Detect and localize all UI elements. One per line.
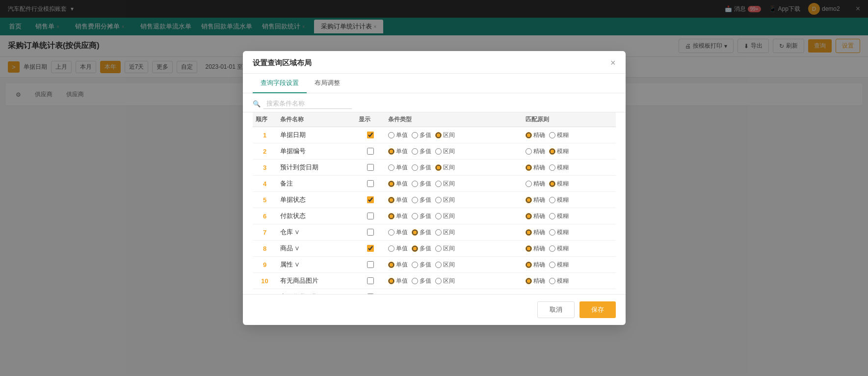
- type-range-option[interactable]: 区间: [435, 147, 455, 156]
- type-range-option[interactable]: 区间: [435, 196, 455, 204]
- show-checkbox-input[interactable]: [367, 213, 374, 219]
- type-single-option[interactable]: 单值: [388, 277, 408, 285]
- type-multi-radio[interactable]: [412, 181, 418, 187]
- match-fuzzy-option[interactable]: 模糊: [549, 147, 569, 156]
- type-range-option[interactable]: 区间: [435, 131, 455, 139]
- match-fuzzy-radio[interactable]: [549, 229, 555, 236]
- type-multi-option[interactable]: 多值: [412, 131, 431, 139]
- save-button[interactable]: 保存: [579, 301, 616, 318]
- type-multi-option[interactable]: 多值: [412, 180, 431, 188]
- row-show-checkbox[interactable]: [356, 277, 385, 284]
- type-range-radio[interactable]: [435, 132, 442, 138]
- cancel-button[interactable]: 取消: [537, 301, 575, 318]
- type-range-radio[interactable]: [435, 278, 442, 284]
- type-multi-radio[interactable]: [412, 245, 418, 252]
- match-exact-option[interactable]: 精确: [526, 131, 545, 139]
- show-checkbox-input[interactable]: [367, 180, 374, 187]
- type-single-option[interactable]: 单值: [388, 228, 408, 237]
- type-single-option[interactable]: 单值: [388, 196, 408, 204]
- type-range-radio[interactable]: [435, 245, 442, 252]
- type-range-radio[interactable]: [435, 262, 442, 268]
- match-exact-radio[interactable]: [526, 213, 532, 219]
- type-range-radio[interactable]: [435, 164, 442, 171]
- type-range-option[interactable]: 区间: [435, 163, 455, 172]
- type-multi-radio[interactable]: [412, 229, 418, 236]
- type-multi-option[interactable]: 多值: [412, 277, 431, 285]
- dialog-close-button[interactable]: ×: [610, 58, 616, 68]
- row-show-checkbox[interactable]: [356, 245, 385, 252]
- type-multi-option[interactable]: 多值: [412, 212, 431, 220]
- match-fuzzy-option[interactable]: 模糊: [549, 131, 569, 139]
- match-exact-radio[interactable]: [526, 197, 532, 203]
- match-fuzzy-option[interactable]: 模糊: [549, 196, 569, 204]
- row-show-checkbox[interactable]: [356, 213, 385, 219]
- match-fuzzy-radio[interactable]: [549, 181, 555, 187]
- type-range-option[interactable]: 区间: [435, 228, 455, 237]
- match-exact-option[interactable]: 精确: [526, 244, 545, 253]
- type-single-radio[interactable]: [388, 278, 395, 284]
- row-show-checkbox[interactable]: [356, 164, 385, 171]
- match-fuzzy-option[interactable]: 模糊: [549, 244, 569, 253]
- match-exact-option[interactable]: 精确: [526, 261, 545, 269]
- type-single-radio[interactable]: [388, 229, 395, 236]
- match-fuzzy-radio[interactable]: [549, 164, 555, 171]
- match-fuzzy-option[interactable]: 模糊: [549, 180, 569, 188]
- row-show-checkbox[interactable]: [356, 148, 385, 155]
- type-range-radio[interactable]: [435, 213, 442, 219]
- match-exact-radio[interactable]: [526, 132, 532, 138]
- match-exact-option[interactable]: 精确: [526, 163, 545, 172]
- type-multi-option[interactable]: 多值: [412, 196, 431, 204]
- match-fuzzy-radio[interactable]: [549, 262, 555, 268]
- type-multi-option[interactable]: 多值: [412, 163, 431, 172]
- match-fuzzy-radio[interactable]: [549, 132, 555, 138]
- match-fuzzy-option[interactable]: 模糊: [549, 163, 569, 172]
- show-checkbox-input[interactable]: [367, 245, 374, 252]
- match-fuzzy-option[interactable]: 模糊: [549, 228, 569, 237]
- type-single-option[interactable]: 单值: [388, 212, 408, 220]
- match-fuzzy-radio[interactable]: [549, 213, 555, 219]
- match-fuzzy-radio[interactable]: [549, 278, 555, 284]
- row-show-checkbox[interactable]: [356, 132, 385, 138]
- match-fuzzy-option[interactable]: 模糊: [549, 261, 569, 269]
- match-exact-option[interactable]: 精确: [526, 180, 545, 188]
- type-range-option[interactable]: 区间: [435, 261, 455, 269]
- show-checkbox-input[interactable]: [367, 148, 374, 155]
- show-checkbox-input[interactable]: [367, 196, 374, 203]
- match-exact-option[interactable]: 精确: [526, 147, 545, 156]
- show-checkbox-input[interactable]: [367, 277, 374, 284]
- match-fuzzy-option[interactable]: 模糊: [549, 212, 569, 220]
- show-checkbox-input[interactable]: [367, 261, 374, 268]
- type-range-radio[interactable]: [435, 197, 442, 203]
- match-fuzzy-option[interactable]: 模糊: [549, 277, 569, 285]
- type-single-radio[interactable]: [388, 132, 395, 138]
- type-single-option[interactable]: 单值: [388, 147, 408, 156]
- type-multi-radio[interactable]: [412, 278, 418, 284]
- match-exact-radio[interactable]: [526, 164, 532, 171]
- type-range-option[interactable]: 区间: [435, 277, 455, 285]
- type-range-radio[interactable]: [435, 148, 442, 155]
- type-range-radio[interactable]: [435, 229, 442, 236]
- type-multi-radio[interactable]: [412, 197, 418, 203]
- match-exact-radio[interactable]: [526, 278, 532, 284]
- type-single-radio[interactable]: [388, 245, 395, 252]
- search-input[interactable]: [263, 98, 352, 109]
- type-range-option[interactable]: 区间: [435, 180, 455, 188]
- type-multi-radio[interactable]: [412, 132, 418, 138]
- type-multi-option[interactable]: 多值: [412, 147, 431, 156]
- type-multi-radio[interactable]: [412, 262, 418, 268]
- type-range-radio[interactable]: [435, 181, 442, 187]
- row-show-checkbox[interactable]: [356, 229, 385, 236]
- type-range-option[interactable]: 区间: [435, 212, 455, 220]
- type-single-option[interactable]: 单值: [388, 261, 408, 269]
- row-show-checkbox[interactable]: [356, 180, 385, 187]
- type-multi-option[interactable]: 多值: [412, 244, 431, 253]
- type-single-radio[interactable]: [388, 181, 395, 187]
- match-exact-radio[interactable]: [526, 148, 532, 155]
- type-single-option[interactable]: 单值: [388, 244, 408, 253]
- match-fuzzy-radio[interactable]: [549, 245, 555, 252]
- type-multi-option[interactable]: 多值: [412, 261, 431, 269]
- match-exact-option[interactable]: 精确: [526, 212, 545, 220]
- row-show-checkbox[interactable]: [356, 196, 385, 203]
- match-fuzzy-radio[interactable]: [549, 148, 555, 155]
- type-multi-radio[interactable]: [412, 148, 418, 155]
